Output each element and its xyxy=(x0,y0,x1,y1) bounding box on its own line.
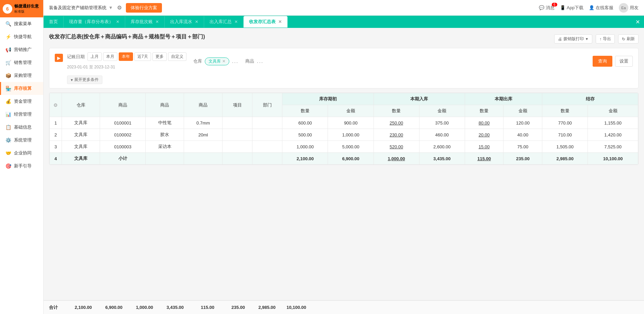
subtotal-out-amt: 235.00 xyxy=(503,153,542,165)
sidebar-item-label-quick: 快捷导航 xyxy=(14,34,32,40)
user-button[interactable]: Ea 用友 xyxy=(619,3,639,13)
row-out-qty[interactable]: 15.00 xyxy=(465,141,503,153)
app-download-label: App下载 xyxy=(567,5,583,11)
date-btn-更多[interactable]: 更多 xyxy=(152,52,167,61)
total-cells: 2,100.00 6,900.00 1,000.00 3,435.00 115.… xyxy=(65,303,639,311)
content-area: 收发存汇总表(按仓库＋商品编码＋商品＋规格型号＋项目＋部门) 🖨 拨销版打印 ▼… xyxy=(44,28,644,300)
logo-text-block: 畅捷通好生意 标准版 xyxy=(14,3,39,14)
date-btn-自定义[interactable]: 自定义 xyxy=(168,52,186,61)
row-in-amt: 375.00 xyxy=(419,117,465,129)
sidebar-item-basic[interactable]: 📋基础信息 xyxy=(0,121,43,134)
date-btn-近7天[interactable]: 近7天 xyxy=(134,52,151,61)
tab-close-icon[interactable]: ✕ xyxy=(195,19,198,24)
tab-首页[interactable]: 首页 xyxy=(44,16,64,28)
filter-row-1: 记账日期 上月本月本年近7天更多自定义 2023-01-01 至 2023-12… xyxy=(67,52,633,70)
subtotal-no: 4 xyxy=(50,153,62,165)
expand-icon: ▾ xyxy=(71,78,73,82)
refresh-label: 刷新 xyxy=(627,36,635,42)
row-dept xyxy=(252,141,282,153)
sidebar-item-label-sales: 销售管理 xyxy=(14,60,32,66)
query-button[interactable]: 查询 xyxy=(593,56,612,67)
refresh-button[interactable]: ↻ 刷新 xyxy=(618,34,639,44)
service-icon: 👤 xyxy=(589,5,594,10)
row-in-amt: 460.00 xyxy=(419,129,465,141)
goods-more[interactable]: ... xyxy=(257,58,263,64)
app-download-button[interactable]: 📱 App下载 xyxy=(560,5,583,11)
col-name-header: 商品 xyxy=(146,93,184,117)
col-in-header: 本期入库 xyxy=(374,93,465,105)
row-open-qty: 600.00 xyxy=(282,117,328,129)
row-in-amt: 2,600.00 xyxy=(419,141,465,153)
print-icon: 🖨 xyxy=(558,37,562,42)
logo-title: 畅捷通好生意 xyxy=(14,3,39,9)
total-open-amt: 6,900.00 xyxy=(95,303,126,311)
system-dropdown-icon[interactable]: ▼ xyxy=(109,5,113,10)
filter-settings-button[interactable]: 设置 xyxy=(615,56,633,67)
row-out-qty[interactable]: 20.00 xyxy=(465,129,503,141)
data-table-wrap: ⚙ 仓库 商品 商品 商品 项目 部门 库存期初 本期入库 本期出库 结存 数量 xyxy=(49,93,639,165)
expand-conditions-button[interactable]: ▾ 展开更多条件 xyxy=(67,76,102,84)
warehouse-tag[interactable]: 文具库 ✕ xyxy=(205,57,229,65)
sidebar-item-guide[interactable]: 🎯新手引导 xyxy=(0,160,43,172)
sidebar-item-finance[interactable]: 💰资金管理 xyxy=(0,95,43,108)
trial-button[interactable]: 体验行业方案 xyxy=(126,3,162,13)
sidebar-item-marketing[interactable]: 📢营销推广 xyxy=(0,43,43,56)
tab-close-icon[interactable]: ✕ xyxy=(155,19,159,24)
col-out-amt-header: 金额 xyxy=(503,105,542,117)
sidebar-item-business[interactable]: 📊经营管理 xyxy=(0,108,43,121)
row-in-qty[interactable]: 230.00 xyxy=(374,129,419,141)
avatar: Ea xyxy=(619,3,628,13)
warehouse-filter: 仓库 文具库 ✕ ... xyxy=(193,57,238,65)
row-code: 0100002 xyxy=(100,129,146,141)
col-in-qty-header: 数量 xyxy=(374,105,419,117)
tab-收发存汇总表[interactable]: 收发存汇总表✕ xyxy=(244,16,287,28)
sidebar-logo[interactable]: 6 畅捷通好生意 标准版 xyxy=(0,0,43,17)
sidebar-item-label-basic: 基础信息 xyxy=(14,124,32,130)
table-row: 1 文具库 0100001 中性笔 0.7mm 600.00 900.00 25… xyxy=(50,117,638,129)
filter-collapse-button[interactable]: ▶ xyxy=(55,54,63,62)
sidebar-item-search[interactable]: 🔍搜索菜单 xyxy=(0,17,43,30)
table-row: 3 文具库 0100003 采访本 1,000.00 5,000.00 520.… xyxy=(50,141,638,153)
sidebar-item-label-finance: 资金管理 xyxy=(14,98,32,104)
sidebar-item-purchase[interactable]: 📦采购管理 xyxy=(0,69,43,82)
basic-icon: 📋 xyxy=(5,125,11,130)
sidebar-item-system[interactable]: ⚙️系统管理 xyxy=(0,134,43,147)
export-button[interactable]: ↑ 导出 xyxy=(596,34,615,44)
tab-出入库流水[interactable]: 出入库流水✕ xyxy=(165,16,204,28)
messages-button[interactable]: 💬 消息 6 xyxy=(539,5,555,11)
date-btn-上月[interactable]: 上月 xyxy=(87,52,102,61)
warehouse-more[interactable]: ... xyxy=(232,58,238,64)
row-out-qty[interactable]: 80.00 xyxy=(465,117,503,129)
col-in-amt-header: 金额 xyxy=(419,105,465,117)
row-in-qty[interactable]: 520.00 xyxy=(374,141,419,153)
tab-close-icon[interactable]: ✕ xyxy=(234,19,238,24)
topbar-gear-icon[interactable]: ⚙ xyxy=(117,4,122,11)
row-in-qty[interactable]: 250.00 xyxy=(374,117,419,129)
date-btn-本月[interactable]: 本月 xyxy=(103,52,117,61)
column-setting-icon[interactable]: ⚙ xyxy=(53,102,58,108)
expand-label: 展开更多条件 xyxy=(74,77,99,83)
tabs-close-all-button[interactable]: ✕ xyxy=(631,19,644,25)
sidebar-item-sales[interactable]: 🛒销售管理 xyxy=(0,56,43,69)
tab-close-icon[interactable]: ✕ xyxy=(116,19,119,24)
business-icon: 📊 xyxy=(5,112,11,117)
subtotal-in-amt: 3,435.00 xyxy=(419,153,465,165)
sidebar-item-collab[interactable]: 🤝企业协同 xyxy=(0,147,43,160)
sidebar-item-quick[interactable]: ⚡快捷导航 xyxy=(0,30,43,43)
topbar: 装备及固定资产辅助管理系统 ▼ ⚙ 体验行业方案 💬 消息 6 📱 App下载 … xyxy=(44,0,644,16)
row-spec xyxy=(184,141,222,153)
sidebar-item-inventory[interactable]: 🏪库存核算 xyxy=(0,82,43,95)
tab-close-icon[interactable]: ✕ xyxy=(278,19,282,24)
print-button[interactable]: 🖨 拨销版打印 ▼ xyxy=(554,34,592,44)
row-out-amt: 75.00 xyxy=(503,141,542,153)
warehouse-tag-close-icon[interactable]: ✕ xyxy=(222,59,226,64)
tab-库存批次账[interactable]: 库存批次账✕ xyxy=(125,16,165,28)
row-close-qty: 710.00 xyxy=(542,129,588,141)
warehouse-tag-value: 文具库 xyxy=(209,59,221,64)
date-btn-本年[interactable]: 本年 xyxy=(119,52,133,61)
print-arrow-icon: ▼ xyxy=(585,37,589,41)
tab-现存量库存分布表[interactable]: 现存量（库存分布表）✕ xyxy=(64,16,125,28)
tab-出入库汇总[interactable]: 出入库汇总✕ xyxy=(204,16,244,28)
row-name: 中性笔 xyxy=(146,117,184,129)
online-service-button[interactable]: 👤 在线客服 xyxy=(589,5,613,11)
